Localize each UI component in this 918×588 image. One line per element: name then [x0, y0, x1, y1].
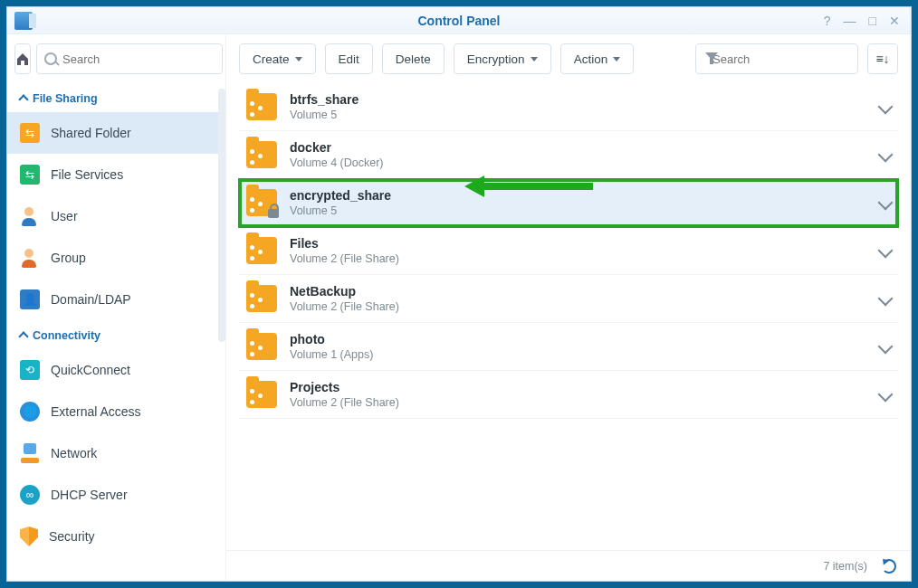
folder-row[interactable]: encrypted_shareVolume 5: [239, 179, 898, 227]
home-icon: [15, 52, 30, 66]
control-panel-window: Control Panel ? — □ ✕ File Sharing: [6, 6, 912, 582]
search-icon: [44, 52, 57, 65]
section-label: File Sharing: [33, 92, 98, 105]
folder-meta: ProjectsVolume 2 (File Share): [290, 380, 399, 409]
folder-icon: [246, 333, 277, 360]
section-connectivity[interactable]: Connectivity: [7, 320, 225, 349]
sidebar-item-file-services[interactable]: ⇆ File Services: [7, 154, 225, 195]
create-button[interactable]: Create: [239, 43, 316, 74]
sort-button[interactable]: ≡↓: [867, 43, 898, 74]
delete-button[interactable]: Delete: [382, 43, 445, 74]
folder-meta: photoVolume 1 (Apps): [290, 332, 373, 361]
folder-row[interactable]: NetBackupVolume 2 (File Share): [239, 275, 898, 323]
caret-down-icon: [531, 57, 538, 62]
button-label: Edit: [339, 52, 359, 66]
chevron-down-icon[interactable]: [878, 339, 894, 355]
filter-input[interactable]: [712, 52, 865, 66]
home-button[interactable]: [14, 43, 31, 74]
chevron-down-icon[interactable]: [878, 291, 894, 307]
folder-subtitle: Volume 5: [290, 204, 391, 217]
sidebar-item-security[interactable]: Security: [7, 516, 225, 557]
sidebar-item-group[interactable]: Group: [7, 237, 225, 279]
folder-name: encrypted_share: [290, 188, 391, 203]
edit-button[interactable]: Edit: [325, 43, 373, 74]
sidebar-item-label: Group: [51, 251, 86, 265]
folder-meta: dockerVolume 4 (Docker): [290, 140, 384, 169]
sidebar: File Sharing ⇆ Shared Folder ⇆ File Serv…: [7, 34, 226, 581]
lock-icon: [268, 209, 279, 218]
sidebar-item-domain-ldap[interactable]: 👤 Domain/LDAP: [7, 279, 225, 320]
folder-icon: [246, 381, 277, 408]
sidebar-item-label: Shared Folder: [51, 126, 131, 140]
minimize-icon[interactable]: —: [844, 14, 856, 28]
folder-name: NetBackup: [290, 284, 399, 299]
titlebar: Control Panel ? — □ ✕: [7, 7, 911, 34]
reload-button[interactable]: [882, 559, 896, 574]
folder-name: btrfs_share: [290, 92, 359, 107]
folder-name: Projects: [290, 380, 399, 394]
folder-icon: [246, 141, 277, 168]
folder-row[interactable]: dockerVolume 4 (Docker): [239, 131, 898, 179]
button-label: Create: [253, 52, 290, 66]
sidebar-item-network[interactable]: Network: [7, 432, 225, 474]
chevron-down-icon[interactable]: [878, 100, 894, 115]
sidebar-scrollbar[interactable]: [218, 89, 225, 342]
main-panel: Create Edit Delete Encryption Action ≡↓ …: [226, 34, 911, 581]
domain-ldap-icon: 👤: [20, 289, 40, 309]
sidebar-search[interactable]: [36, 43, 223, 74]
folder-name: photo: [290, 332, 373, 346]
file-services-icon: ⇆: [20, 165, 40, 185]
folder-row[interactable]: photoVolume 1 (Apps): [239, 323, 898, 371]
section-label: Connectivity: [33, 329, 100, 342]
folder-meta: FilesVolume 2 (File Share): [290, 236, 399, 265]
folder-row[interactable]: ProjectsVolume 2 (File Share): [239, 371, 898, 419]
sidebar-item-label: Domain/LDAP: [51, 292, 131, 307]
folder-meta: btrfs_shareVolume 5: [290, 92, 359, 121]
folder-subtitle: Volume 2 (File Share): [290, 300, 399, 313]
sidebar-item-external-access[interactable]: 🌐 External Access: [7, 391, 225, 432]
sidebar-item-label: Network: [51, 446, 97, 460]
folder-icon: [246, 93, 277, 120]
button-label: Encryption: [467, 52, 525, 66]
folder-icon: [246, 189, 277, 216]
chevron-down-icon[interactable]: [878, 195, 894, 211]
chevron-up-icon: [18, 94, 28, 104]
quickconnect-icon: ⟲: [20, 360, 40, 380]
toolbar: Create Edit Delete Encryption Action ≡↓: [226, 34, 911, 83]
folder-subtitle: Volume 4 (Docker): [290, 156, 384, 169]
filter-search[interactable]: [695, 43, 858, 74]
sidebar-item-user[interactable]: User: [7, 195, 225, 237]
close-icon[interactable]: ✕: [889, 14, 900, 28]
chevron-down-icon[interactable]: [878, 387, 894, 403]
chevron-down-icon[interactable]: [878, 147, 894, 163]
folder-subtitle: Volume 1 (Apps): [290, 348, 373, 361]
folder-meta: NetBackupVolume 2 (File Share): [290, 284, 399, 313]
sidebar-item-quickconnect[interactable]: ⟲ QuickConnect: [7, 349, 225, 391]
folder-row[interactable]: FilesVolume 2 (File Share): [239, 227, 898, 275]
network-icon: [20, 443, 40, 463]
encryption-button[interactable]: Encryption: [454, 43, 551, 74]
folder-list: btrfs_shareVolume 5dockerVolume 4 (Docke…: [226, 83, 911, 550]
window-title: Control Panel: [417, 14, 500, 28]
sidebar-item-label: DHCP Server: [51, 488, 128, 502]
sidebar-item-shared-folder[interactable]: ⇆ Shared Folder: [7, 112, 225, 154]
folder-meta: encrypted_shareVolume 5: [290, 188, 391, 217]
sidebar-item-label: External Access: [51, 404, 141, 419]
folder-icon: [246, 237, 277, 264]
maximize-icon[interactable]: □: [869, 14, 876, 28]
folder-row[interactable]: btrfs_shareVolume 5: [239, 83, 898, 131]
sidebar-search-input[interactable]: [62, 52, 215, 66]
dhcp-icon: ∞: [20, 485, 40, 505]
section-file-sharing[interactable]: File Sharing: [7, 83, 225, 112]
globe-icon: 🌐: [20, 402, 40, 422]
sidebar-item-label: Security: [49, 529, 95, 544]
action-button[interactable]: Action: [560, 43, 635, 74]
help-icon[interactable]: ?: [824, 14, 831, 28]
status-bar: 7 item(s): [226, 550, 911, 581]
chevron-down-icon[interactable]: [878, 243, 894, 259]
sidebar-item-dhcp-server[interactable]: ∞ DHCP Server: [7, 474, 225, 516]
user-icon: [20, 206, 40, 226]
sidebar-item-label: QuickConnect: [51, 363, 130, 377]
button-label: Action: [574, 52, 608, 66]
sidebar-item-label: File Services: [51, 167, 123, 182]
